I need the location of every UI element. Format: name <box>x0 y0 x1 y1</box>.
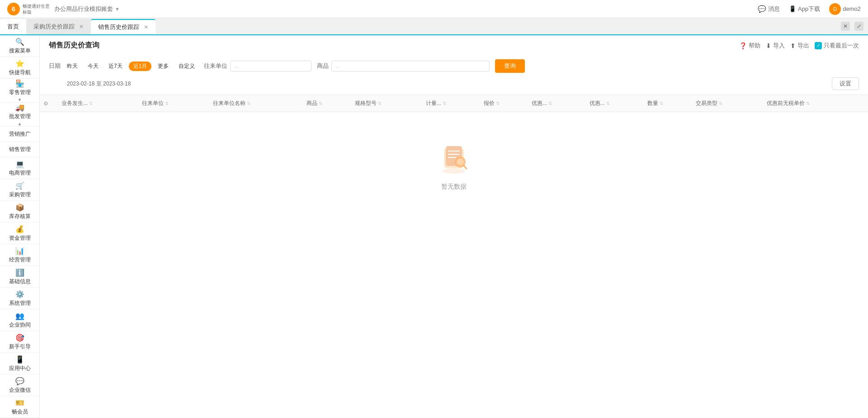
col-quantity[interactable]: 数量 ⇅ <box>644 95 692 112</box>
sidebar-item-wholesale-manage[interactable]: 🚚 批发管理 ▲ <box>0 103 39 127</box>
sidebar-item-enterprise-collab[interactable]: 👥 企业协同 <box>0 309 39 331</box>
partner-input[interactable]: ... <box>230 61 311 71</box>
col-unit-sort-icon: ⇅ <box>443 101 446 106</box>
sidebar-item-member[interactable]: 🎫 畅会员 <box>0 396 39 418</box>
sidebar-item-finance[interactable]: 💰 资金管理 <box>0 223 39 244</box>
import-button[interactable]: ⬇ 导入 <box>766 42 785 50</box>
col-discount1-content[interactable]: 优惠... ⇅ <box>532 100 582 107</box>
only-last-checkbox[interactable]: ✓ 只看最后一次 <box>815 42 859 50</box>
table-container: ⚙ 业务发生... ⇅ 往来单位 ⇅ <box>40 95 868 418</box>
inventory-icon: 📦 <box>15 203 24 212</box>
sidebar-item-operation[interactable]: 📊 经营管理 <box>0 244 39 266</box>
col-business-date-content[interactable]: 业务发生... ⇅ <box>61 100 135 107</box>
col-spec-label: 规格型号 <box>355 100 377 107</box>
sidebar-item-sales-manage[interactable]: 销售管理 <box>0 142 39 157</box>
date-btn-7days[interactable]: 近7天 <box>105 62 126 71</box>
tab-sales-history[interactable]: 销售历史价跟踪 ✕ <box>91 19 156 34</box>
date-btn-custom[interactable]: 自定义 <box>175 62 198 71</box>
col-business-date-label: 业务发生... <box>61 100 88 107</box>
sidebar-item-basic-info[interactable]: ℹ️ 基础信息 <box>0 266 39 288</box>
tab-sales-close[interactable]: ✕ <box>144 24 148 30</box>
goods-input[interactable]: ... <box>331 61 490 71</box>
col-trade-type-content[interactable]: 交易类型 ⇅ <box>696 100 760 107</box>
query-button[interactable]: 查询 <box>495 59 525 73</box>
col-trade-type[interactable]: 交易类型 ⇅ <box>692 95 763 112</box>
export-button[interactable]: ⬆ 导出 <box>790 42 809 50</box>
date-btn-1month[interactable]: 近1月 <box>129 62 152 71</box>
search-menu-icon: 🔍 <box>15 38 24 46</box>
quick-nav-icon: ⭐ <box>15 59 24 68</box>
partner-filter-group: 往来单位 ... <box>204 61 311 71</box>
system-manage-label: 系统管理 <box>9 299 31 307</box>
sidebar-item-inventory[interactable]: 📦 库存核算 <box>0 201 39 223</box>
app-center-icon: 📱 <box>15 355 24 364</box>
col-partner-name-content[interactable]: 往来单位名称 ⇅ <box>213 100 299 107</box>
col-unit-label: 计量... <box>426 100 441 107</box>
goods-label: 商品 <box>317 62 329 70</box>
sidebar-item-search-menu[interactable]: 🔍 搜索菜单 <box>0 35 39 57</box>
col-partner-code[interactable]: 往来单位 ⇅ <box>138 95 209 112</box>
sidebar-item-purchase-manage[interactable]: 🛒 采购管理 <box>0 179 39 201</box>
app-download-button[interactable]: 📱 App下载 <box>789 5 820 13</box>
col-unit[interactable]: 计量... ⇅ <box>422 95 480 112</box>
page-header: 销售历史价查询 ❓ 帮助 ⬇ 导入 ⬆ 导出 ✓ <box>40 35 868 95</box>
breadcrumb-dropdown-icon[interactable]: ▼ <box>115 6 120 12</box>
maximize-button[interactable]: ⤢ <box>854 22 863 31</box>
col-spec-content[interactable]: 规格型号 ⇅ <box>355 100 419 107</box>
col-spec[interactable]: 规格型号 ⇅ <box>351 95 422 112</box>
date-btn-yesterday[interactable]: 昨天 <box>63 62 81 71</box>
date-btn-more[interactable]: 更多 <box>154 62 172 71</box>
col-quote[interactable]: 报价 ⇅ <box>480 95 528 112</box>
sidebar-item-system-manage[interactable]: ⚙️ 系统管理 <box>0 288 39 309</box>
page-title-row: 销售历史价查询 ❓ 帮助 ⬇ 导入 ⬆ 导出 ✓ <box>49 41 859 50</box>
user-area[interactable]: D demo2 <box>829 3 861 15</box>
col-pre-tax-price[interactable]: 优惠前无税单价 ⇅ <box>763 95 868 112</box>
col-discount1[interactable]: 优惠... ⇅ <box>528 95 586 112</box>
svg-line-8 <box>464 166 467 169</box>
col-pre-tax-price-content[interactable]: 优惠前无税单价 ⇅ <box>767 100 864 107</box>
sidebar-item-app-center[interactable]: 📱 应用中心 <box>0 353 39 375</box>
col-partner-name-label: 往来单位名称 <box>213 100 245 107</box>
help-button[interactable]: ❓ 帮助 <box>739 42 760 50</box>
enterprise-collab-icon: 👥 <box>15 312 24 320</box>
close-all-tabs-button[interactable]: ✕ <box>841 22 850 31</box>
new-guide-label: 新手引导 <box>9 343 31 351</box>
col-goods-sort-icon: ⇅ <box>319 101 322 106</box>
date-btn-today[interactable]: 今天 <box>84 62 102 71</box>
settings-button[interactable]: 设置 <box>832 77 859 90</box>
col-spec-sort-icon: ⇅ <box>378 101 382 106</box>
empty-illustration <box>436 139 472 176</box>
sidebar-item-quick-nav[interactable]: ⭐ 快捷导航 <box>0 57 39 79</box>
download-icon: 📱 <box>789 5 796 12</box>
message-label: 消息 <box>768 5 780 13</box>
tab-purchase-close[interactable]: ✕ <box>79 24 84 30</box>
col-discount1-label: 优惠... <box>532 100 547 107</box>
tab-purchase-history[interactable]: 采购历史价跟踪 ✕ <box>26 19 91 34</box>
col-discount2-sort-icon: ⇅ <box>606 101 610 106</box>
message-button[interactable]: 💬 消息 <box>758 5 780 13</box>
breadcrumb[interactable]: 办公用品行业模拟账套 ▼ <box>54 5 120 13</box>
col-pre-tax-price-sort-icon: ⇅ <box>806 101 810 106</box>
col-goods[interactable]: 商品 ⇅ <box>303 95 351 112</box>
col-goods-content[interactable]: 商品 ⇅ <box>307 100 348 107</box>
sidebar-item-new-guide[interactable]: 🎯 新手引导 <box>0 331 39 353</box>
col-partner-code-content[interactable]: 往来单位 ⇅ <box>142 100 206 107</box>
svg-point-7 <box>457 158 464 166</box>
gear-icon[interactable]: ⚙ <box>43 100 48 107</box>
col-settings[interactable]: ⚙ <box>40 95 58 112</box>
col-quote-content[interactable]: 报价 ⇅ <box>484 100 525 107</box>
import-label: 导入 <box>773 42 785 50</box>
col-partner-name[interactable]: 往来单位名称 ⇅ <box>209 95 303 112</box>
col-unit-content[interactable]: 计量... ⇅ <box>426 100 476 107</box>
col-business-date[interactable]: 业务发生... ⇅ <box>58 95 138 112</box>
col-discount2-content[interactable]: 优惠... ⇅ <box>590 100 640 107</box>
sidebar-item-retail-manage[interactable]: 🏪 零售管理 ▼ <box>0 79 39 103</box>
sidebar-item-marketing[interactable]: 营销推广 <box>0 127 39 142</box>
sidebar-item-ecommerce[interactable]: 💻 电商管理 <box>0 157 39 179</box>
wholesale-arrow-icon: ▲ <box>18 121 22 126</box>
col-discount2[interactable]: 优惠... ⇅ <box>586 95 644 112</box>
sidebar-item-enterprise-wechat[interactable]: 💬 企业微信 <box>0 375 39 396</box>
col-quantity-content[interactable]: 数量 ⇅ <box>647 100 689 107</box>
top-bar-left: 6 畅捷通好生意 标版 办公用品行业模拟账套 ▼ <box>7 3 120 15</box>
tab-home[interactable]: 首页 <box>0 19 26 34</box>
